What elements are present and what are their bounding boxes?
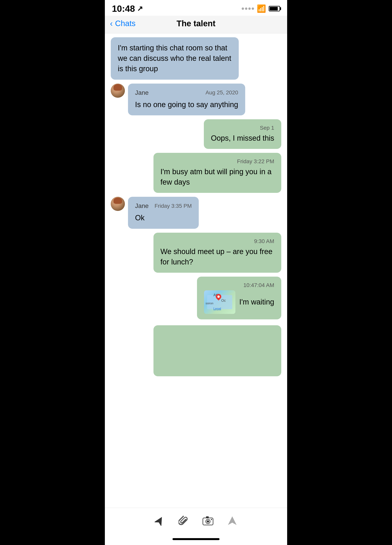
draft-bubble: [153, 325, 281, 376]
message-bubble: Jane Friday 3:35 PM Ok: [128, 197, 199, 229]
messages-area: I'm starting this chat room so that we c…: [105, 33, 287, 508]
screen: 10:48 ↗ 📶 ‹ Chats T: [105, 0, 287, 545]
bubble-header: Jane Aug 25, 2020: [135, 89, 238, 96]
avatar-image: [111, 84, 125, 98]
home-bar: [173, 538, 219, 540]
svg-point-5: [211, 519, 212, 520]
message-text: I'm starting this chat room so that we c…: [118, 43, 232, 74]
bubble-header: Jane Friday 3:35 PM: [135, 202, 192, 210]
message-text: We should meet up – are you free for lun…: [161, 246, 274, 267]
message-time: Sep 1: [211, 125, 274, 131]
back-button[interactable]: ‹ Chats: [110, 19, 136, 28]
map-label-legal: Legal: [213, 307, 221, 310]
sender-name: Jane: [135, 202, 149, 210]
svg-rect-4: [206, 516, 209, 518]
message-row: Jane Friday 3:35 PM Ok: [111, 197, 199, 229]
phone-frame: 10:48 ↗ 📶 ‹ Chats T: [0, 0, 392, 545]
back-label[interactable]: Chats: [115, 19, 136, 28]
location-arrow-icon: ↗: [137, 5, 143, 13]
svg-marker-0: [155, 516, 165, 526]
chat-title: The talent: [177, 19, 215, 28]
map-label-siron: ssiron: [206, 302, 213, 305]
message-text: I'm busy atm but will ping you in a few …: [161, 167, 274, 187]
time-display: 10:48: [112, 3, 135, 14]
back-chevron-icon: ‹: [110, 19, 113, 28]
nav-bar: ‹ Chats The talent: [105, 16, 287, 33]
avatar: [111, 84, 125, 98]
message-text: Is no one going to say anything: [135, 99, 238, 110]
message-bubble: I'm starting this chat room so that we c…: [111, 37, 239, 80]
avatar: [111, 197, 125, 211]
message-time: 9:30 AM: [161, 238, 274, 244]
message-row: Jane Aug 25, 2020 Is no one going to say…: [111, 84, 245, 115]
signal-icon: [242, 7, 254, 10]
message-bubble: 10:47:04 AM Atl Oc ssiron Legal I'm wait…: [197, 277, 281, 319]
avatar-image: [111, 197, 125, 211]
attach-button[interactable]: [179, 516, 189, 526]
svg-marker-6: [228, 516, 237, 525]
svg-point-3: [207, 520, 209, 523]
message-time: Friday 3:22 PM: [161, 158, 274, 165]
location-button[interactable]: [155, 516, 165, 526]
message-text: Oops, I missed this: [211, 133, 274, 143]
map-label-oc: Oc: [221, 299, 226, 303]
message-bubble: Friday 3:22 PM I'm busy atm but will pin…: [153, 153, 281, 193]
message-bubble: Sep 1 Oops, I missed this: [204, 119, 281, 149]
message-time: Aug 25, 2020: [205, 89, 238, 96]
message-text: Ok: [135, 213, 192, 223]
message-time: Friday 3:35 PM: [154, 203, 192, 209]
message-bubble: Jane Aug 25, 2020 Is no one going to say…: [128, 84, 245, 115]
sender-name: Jane: [135, 89, 149, 96]
message-bubble: 9:30 AM We should meet up – are you free…: [153, 233, 281, 273]
camera-button[interactable]: [202, 516, 213, 526]
message-text: I'm waiting: [239, 297, 274, 307]
map-preview[interactable]: Atl Oc ssiron Legal: [204, 290, 235, 314]
battery-icon: [269, 6, 280, 11]
wifi-icon: 📶: [257, 4, 266, 13]
status-icons: 📶: [242, 4, 280, 13]
input-toolbar: [105, 508, 287, 533]
home-indicator: [105, 533, 287, 545]
status-bar: 10:48 ↗ 📶: [105, 0, 287, 16]
map-message-content: Atl Oc ssiron Legal I'm waiting: [204, 290, 274, 314]
send-button[interactable]: [227, 516, 237, 526]
message-time: 10:47:04 AM: [204, 282, 274, 288]
status-time: 10:48 ↗: [112, 3, 143, 14]
